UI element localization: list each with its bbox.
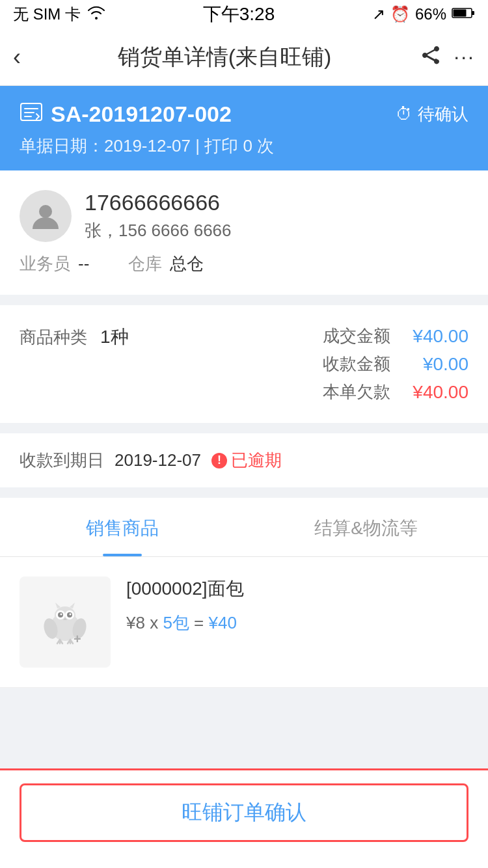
tabs-section: 销售商品 结算&物流等 <box>0 498 488 688</box>
warehouse-info: 仓库 总仓 <box>128 252 204 275</box>
svg-text:+: + <box>74 632 81 645</box>
status-right: ↗ ⏰ 66% <box>372 5 475 23</box>
battery-icon <box>452 5 475 23</box>
more-icon[interactable]: ··· <box>454 45 475 69</box>
tab-settlement[interactable]: 结算&物流等 <box>244 498 488 556</box>
order-status: ⏱ 待确认 <box>396 103 468 126</box>
order-header: SA-20191207-002 ⏱ 待确认 单据日期：2019-12-07 | … <box>0 86 488 170</box>
order-id-icon <box>20 102 43 127</box>
svg-point-12 <box>70 614 72 616</box>
status-bar: 无 SIM 卡 下午3:28 ↗ ⏰ 66% <box>0 0 488 29</box>
wifi-icon <box>87 5 105 23</box>
salesperson-info: 业务员 -- <box>20 252 89 275</box>
order-id: SA-20191207-002 <box>20 102 232 127</box>
svg-rect-1 <box>472 11 474 15</box>
customer-section: 17666666666 张，156 6666 6666 业务员 -- 仓库 总仓 <box>0 170 488 295</box>
svg-rect-2 <box>454 10 467 17</box>
tab-products[interactable]: 销售商品 <box>0 498 244 556</box>
nav-actions: ··· <box>397 44 475 70</box>
bottom-bar: 旺铺订单确认 <box>0 768 488 868</box>
customer-name: 张，156 6666 6666 <box>85 219 232 242</box>
summary-section: 商品种类 1种 成交金额 ¥40.00 收款金额 ¥0.00 本单欠款 ¥40.… <box>0 305 488 423</box>
svg-marker-14 <box>55 603 61 608</box>
navigation-bar: ‹ 销货单详情(来自旺铺) ··· <box>0 29 488 86</box>
overdue-text: 已逾期 <box>231 449 282 472</box>
alarm-icon: ⏰ <box>390 5 410 23</box>
location-icon: ↗ <box>372 5 385 23</box>
product-list: + [0000002]面包 ¥8 x 5包 = ¥40 <box>0 557 488 688</box>
confirm-order-button[interactable]: 旺铺订单确认 <box>20 783 468 842</box>
overdue-badge: ! 已逾期 <box>211 449 282 472</box>
svg-marker-15 <box>70 603 75 608</box>
back-button[interactable]: ‹ <box>13 44 52 71</box>
due-date-section: 收款到期日 2019-12-07 ! 已逾期 <box>0 433 488 487</box>
product-types: 商品种类 1种 <box>20 325 323 349</box>
product-thumbnail: + <box>20 576 111 668</box>
product-item: + [0000002]面包 ¥8 x 5包 = ¥40 <box>0 557 488 688</box>
status-time: 下午3:28 <box>203 2 275 27</box>
tabs-row: 销售商品 结算&物流等 <box>0 498 488 557</box>
received-amount-row: 收款金额 ¥0.00 <box>323 353 468 375</box>
amounts: 成交金额 ¥40.00 收款金额 ¥0.00 本单欠款 ¥40.00 <box>323 325 468 403</box>
status-left: 无 SIM 卡 <box>13 4 105 25</box>
product-price: ¥8 x 5包 = ¥40 <box>126 612 468 634</box>
overdue-icon: ! <box>211 453 227 468</box>
clock-icon: ⏱ <box>396 104 413 124</box>
share-icon[interactable] <box>420 44 441 70</box>
product-details: [0000002]面包 ¥8 x 5包 = ¥40 <box>126 576 468 668</box>
product-name: [0000002]面包 <box>126 576 468 601</box>
page-title: 销货单详情(来自旺铺) <box>52 42 397 72</box>
carrier-text: 无 SIM 卡 <box>13 4 81 25</box>
customer-phone: 17666666666 <box>85 190 232 215</box>
customer-avatar <box>20 190 72 242</box>
svg-point-11 <box>61 614 62 616</box>
svg-point-4 <box>39 205 52 218</box>
deal-amount-row: 成交金额 ¥40.00 <box>323 325 468 347</box>
owed-amount-row: 本单欠款 ¥40.00 <box>323 381 468 403</box>
order-date: 单据日期：2019-12-07 | 打印 0 次 <box>20 135 468 157</box>
battery-text: 66% <box>415 5 446 23</box>
